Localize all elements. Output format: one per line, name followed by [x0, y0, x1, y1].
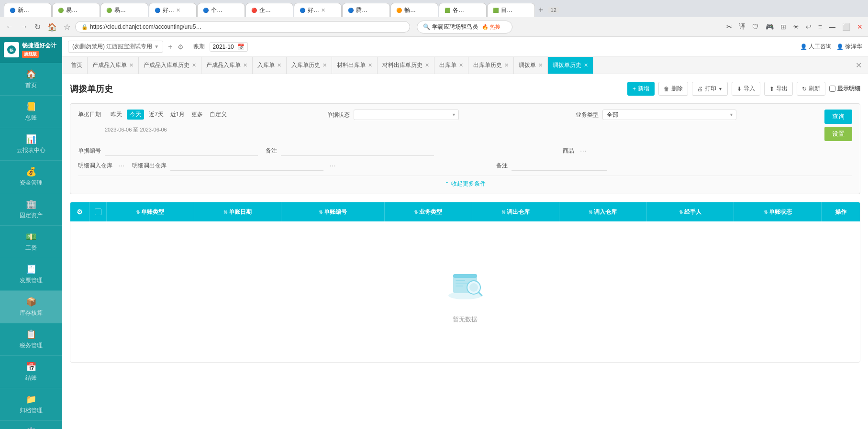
page-tab-out-history-close[interactable]: ✕ [504, 62, 509, 68]
browser-tab-3[interactable]: 🟢 易… [100, 3, 148, 17]
sidebar-item-finance[interactable]: 💰 资金管理 [0, 161, 62, 193]
browser-tab-6[interactable]: 🔴 企… [245, 3, 293, 17]
query-button[interactable]: 查询 [824, 110, 852, 124]
page-tab-transfer[interactable]: 调拨单 ✕ [514, 57, 548, 74]
close-window-btn[interactable]: ✕ [856, 22, 864, 32]
browser-tab-close-4[interactable]: ✕ [176, 7, 180, 13]
detail-out-picker-btn[interactable]: ··· [329, 162, 335, 170]
th-out-warehouse[interactable]: ⇅ 调出仓库 [472, 202, 560, 221]
export-button[interactable]: ⬆ 导出 [764, 82, 793, 96]
sidebar-item-archive[interactable]: 📁 归档管理 [0, 388, 62, 421]
new-record-button[interactable]: + 新增 [627, 82, 655, 96]
period-selector[interactable]: 2021-10 📅 [210, 42, 248, 52]
home-button[interactable]: 🏠 [45, 22, 59, 33]
page-tab-product-in-close[interactable]: ✕ [129, 62, 134, 68]
scissors-btn[interactable]: ✂ [725, 22, 734, 32]
page-tab-material-out[interactable]: 材料出库单 ✕ [332, 57, 378, 74]
sidebar-item-tax[interactable]: 📋 税务管理 [0, 323, 62, 356]
browser-tab-2[interactable]: 🟢 易… [52, 3, 100, 17]
delete-button[interactable]: 🗑 删除 [658, 82, 688, 96]
page-tab-in-order-close[interactable]: ✕ [277, 62, 281, 68]
date-btn-more[interactable]: 更多 [189, 110, 205, 120]
date-btn-7days[interactable]: 近7天 [147, 110, 166, 120]
page-tab-material-out-history[interactable]: 材料出库单历史 ✕ [378, 57, 434, 74]
date-btn-yesterday[interactable]: 昨天 [109, 110, 124, 120]
page-tab-out-order-close[interactable]: ✕ [459, 62, 463, 68]
grid-btn[interactable]: ⊞ [779, 22, 788, 32]
new-tab-button[interactable]: + [535, 5, 546, 15]
sidebar-item-fixed[interactable]: 🏢 固定资产 [0, 193, 62, 226]
th-type[interactable]: ⇅ 单账类型 [107, 202, 194, 221]
page-tab-transfer-history-close[interactable]: ✕ [584, 62, 588, 68]
date-btn-custom[interactable]: 自定义 [208, 110, 229, 120]
company-selector[interactable]: (勿删勿禁用) 江西服宝测试专用 ▼ [68, 41, 163, 53]
page-tab-out-order[interactable]: 出库单 ✕ [434, 57, 468, 74]
browser-tab-10[interactable]: 🟩 各… [439, 3, 487, 17]
page-tab-product-in2-close[interactable]: ✕ [243, 62, 247, 68]
import-button[interactable]: ⬇ 导入 [732, 82, 760, 96]
back-button[interactable]: ← [4, 22, 15, 32]
sidebar-item-salary[interactable]: 💵 工资 [0, 226, 62, 258]
page-tab-product-in[interactable]: 产成品入库单 ✕ [88, 57, 139, 74]
sidebar-item-report[interactable]: 📊 云报表中心 [0, 128, 62, 161]
browser-tab-5[interactable]: 🔵 个… [197, 3, 245, 17]
search-bar[interactable]: 🔍 学霸应聘场驱鸟员 🔥 热搜 [417, 21, 512, 33]
page-tab-transfer-history[interactable]: 调拨单历史 ✕ [548, 57, 593, 74]
sidebar-item-settings[interactable]: ⚙️ 基础设置 [0, 421, 62, 429]
page-tab-product-in-history-close[interactable]: ✕ [192, 62, 196, 68]
print-button[interactable]: 🖨 打印 ▼ [692, 82, 728, 96]
support-button[interactable]: 👤 人工咨询 [800, 43, 832, 51]
note-input[interactable] [281, 146, 434, 156]
select-all-checkbox[interactable] [95, 209, 101, 215]
translate-btn[interactable]: 译 [737, 21, 747, 33]
page-tab-product-in-history[interactable]: 产成品入库单历史 ✕ [139, 57, 201, 74]
undo-btn[interactable]: ↩ [804, 22, 813, 32]
page-tab-material-out-close[interactable]: ✕ [368, 62, 372, 68]
status-select[interactable]: 草稿 已审核 已作废 [354, 110, 459, 120]
th-status[interactable]: ⇅ 单账状态 [734, 202, 822, 221]
th-date[interactable]: ⇅ 单账日期 [194, 202, 282, 221]
refresh-button[interactable]: ↻ [33, 22, 43, 33]
page-tab-product-in2[interactable]: 产成品入库单 ✕ [201, 57, 253, 74]
display-toggle-checkbox[interactable] [829, 86, 835, 92]
th-in-warehouse[interactable]: ⇅ 调入仓库 [559, 202, 647, 221]
page-tab-in-history-close[interactable]: ✕ [323, 62, 327, 68]
browser-tab-11[interactable]: 🟩 目… [487, 3, 535, 17]
sidebar-item-inventory[interactable]: 📦 库存核算 [0, 291, 62, 323]
th-handler[interactable]: ⇅ 经手人 [647, 202, 734, 221]
sidebar-item-home[interactable]: 🏠 首页 [0, 63, 62, 96]
theme-btn[interactable]: ☀ [791, 22, 801, 32]
sidebar-item-invoice[interactable]: 🧾 发票管理 [0, 258, 62, 291]
detail-out-input[interactable] [170, 161, 323, 171]
page-tab-material-out-history-close[interactable]: ✕ [425, 62, 429, 68]
refresh-button-page[interactable]: ↻ 刷新 [797, 82, 825, 96]
add-company-btn[interactable]: + [168, 43, 172, 51]
menu-btn[interactable]: ≡ [817, 22, 823, 32]
page-tab-home[interactable]: 首页 [66, 57, 88, 74]
browser-tab-7[interactable]: 🔵 好… ✕ [294, 3, 342, 17]
page-tab-transfer-close[interactable]: ✕ [538, 62, 543, 68]
goods-picker-btn[interactable]: ··· [580, 147, 586, 155]
gamepad-btn[interactable]: 🎮 [764, 22, 775, 32]
sidebar-item-close[interactable]: 📅 结账 [0, 356, 62, 388]
browser-tab-close-7[interactable]: ✕ [321, 7, 325, 13]
maximize-btn[interactable]: ⬜ [841, 22, 852, 32]
minimize-btn[interactable]: — [827, 22, 837, 32]
page-tab-out-history[interactable]: 出库单历史 ✕ [468, 57, 514, 74]
browser-tab-8[interactable]: 🔵 腾… [342, 3, 390, 17]
detail-in-picker-btn[interactable]: ··· [118, 162, 124, 170]
settings-gear-btn[interactable]: ⚙ [178, 43, 184, 51]
bookmark-button[interactable]: ☆ [62, 22, 72, 33]
browser-tab-4[interactable]: 🔵 好… ✕ [149, 3, 197, 17]
date-btn-1month[interactable]: 近1月 [168, 110, 187, 120]
page-tab-in-history[interactable]: 入库单历史 ✕ [287, 57, 332, 74]
address-bar[interactable]: 🔒 https://cloud.chanjet.com/accounting/u… [75, 21, 410, 33]
th-number[interactable]: ⇅ 单账编号 [281, 202, 385, 221]
forward-button[interactable]: → [18, 22, 30, 32]
browser-tab-1[interactable]: 🔵 新… [4, 3, 52, 17]
filter-settings-button[interactable]: 设置 [824, 127, 852, 141]
collapse-conditions-btn[interactable]: ⌃ 收起更多条件 [445, 180, 486, 188]
th-checkbox[interactable] [89, 202, 107, 221]
th-biz-type[interactable]: ⇅ 业务类型 [385, 202, 472, 221]
note2-input[interactable] [512, 161, 607, 171]
